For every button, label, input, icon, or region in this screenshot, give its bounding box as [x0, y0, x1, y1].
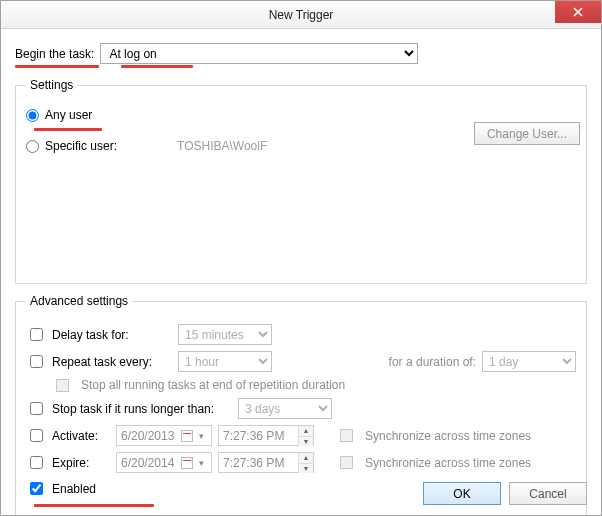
expire-time-value: 7:27:36 PM	[219, 456, 298, 470]
enabled-label: Enabled	[52, 482, 96, 496]
expire-checkbox[interactable]	[30, 456, 43, 469]
chevron-up-icon: ▲	[299, 453, 313, 463]
repeat-task-select[interactable]: 1 hour	[178, 351, 272, 372]
activate-row: Activate: 6/20/2013 ▾ 7:27:36 PM ▲▼ Sync…	[26, 425, 576, 446]
time-spinner[interactable]: ▲▼	[298, 453, 313, 473]
sync-tz-label: Synchronize across time zones	[365, 456, 531, 470]
annotation-underline	[15, 65, 99, 68]
stop-if-longer-row: Stop task if it runs longer than: 3 days	[26, 398, 576, 419]
expire-time-input[interactable]: 7:27:36 PM ▲▼	[218, 452, 314, 473]
specific-user-radio[interactable]	[26, 140, 39, 153]
delay-task-checkbox[interactable]	[30, 328, 43, 341]
sync-tz-checkbox	[340, 429, 353, 442]
stop-if-longer-label: Stop task if it runs longer than:	[52, 402, 232, 416]
any-user-radio[interactable]	[26, 109, 39, 122]
stop-if-longer-select[interactable]: 3 days	[238, 398, 332, 419]
stop-running-checkbox	[56, 379, 69, 392]
chevron-down-icon: ▼	[299, 436, 313, 446]
close-icon	[573, 7, 583, 17]
specific-user-value: TOSHIBA\WoolF	[177, 139, 267, 153]
begin-task-select[interactable]: At log on	[100, 43, 418, 64]
delay-task-label: Delay task for:	[52, 328, 172, 342]
chevron-down-icon: ▼	[299, 463, 313, 473]
any-user-row: Any user	[26, 108, 576, 122]
ok-button[interactable]: OK	[423, 482, 501, 505]
advanced-legend: Advanced settings	[26, 294, 132, 308]
chevron-down-icon: ▾	[195, 456, 209, 470]
duration-select[interactable]: 1 day	[482, 351, 576, 372]
annotation-underline	[34, 504, 154, 507]
calendar-icon	[181, 430, 193, 442]
dialog-footer: OK Cancel	[423, 482, 587, 505]
activate-time-input[interactable]: 7:27:36 PM ▲▼	[218, 425, 314, 446]
activate-time-value: 7:27:36 PM	[219, 429, 298, 443]
titlebar: New Trigger	[1, 1, 601, 29]
activate-date-value: 6/20/2013	[121, 429, 174, 443]
activate-checkbox[interactable]	[30, 429, 43, 442]
chevron-up-icon: ▲	[299, 426, 313, 436]
expire-date-value: 6/20/2014	[121, 456, 174, 470]
activate-label: Activate:	[52, 429, 110, 443]
settings-group: Settings Any user Specific user: TOSHIBA…	[15, 78, 587, 284]
repeat-task-checkbox[interactable]	[30, 355, 43, 368]
stop-running-row: Stop all running tasks at end of repetit…	[56, 378, 576, 392]
chevron-down-icon: ▾	[195, 429, 209, 443]
stop-if-longer-checkbox[interactable]	[30, 402, 43, 415]
duration-label: for a duration of:	[389, 355, 476, 369]
close-button[interactable]	[555, 1, 601, 23]
expire-row: Expire: 6/20/2014 ▾ 7:27:36 PM ▲▼ Synchr…	[26, 452, 576, 473]
delay-task-select[interactable]: 15 minutes	[178, 324, 272, 345]
repeat-task-label: Repeat task every:	[52, 355, 172, 369]
annotation-underline	[34, 128, 102, 131]
any-user-label: Any user	[45, 108, 92, 122]
time-spinner[interactable]: ▲▼	[298, 426, 313, 446]
activate-date-input[interactable]: 6/20/2013 ▾	[116, 425, 212, 446]
change-user-button[interactable]: Change User...	[474, 122, 580, 145]
specific-user-label: Specific user:	[45, 139, 117, 153]
sync-tz-label: Synchronize across time zones	[365, 429, 531, 443]
expire-label: Expire:	[52, 456, 110, 470]
begin-task-row: Begin the task: At log on	[15, 43, 587, 64]
settings-legend: Settings	[26, 78, 77, 92]
enabled-checkbox[interactable]	[30, 482, 43, 495]
calendar-icon	[181, 457, 193, 469]
stop-running-label: Stop all running tasks at end of repetit…	[81, 378, 345, 392]
window-title: New Trigger	[269, 8, 334, 22]
dialog-content: Begin the task: At log on Settings Any u…	[1, 29, 601, 516]
delay-task-row: Delay task for: 15 minutes	[26, 324, 576, 345]
annotation-underline	[121, 65, 193, 68]
expire-date-input[interactable]: 6/20/2014 ▾	[116, 452, 212, 473]
cancel-button[interactable]: Cancel	[509, 482, 587, 505]
begin-task-label: Begin the task:	[15, 47, 94, 61]
sync-tz-checkbox	[340, 456, 353, 469]
repeat-task-row: Repeat task every: 1 hour for a duration…	[26, 351, 576, 372]
